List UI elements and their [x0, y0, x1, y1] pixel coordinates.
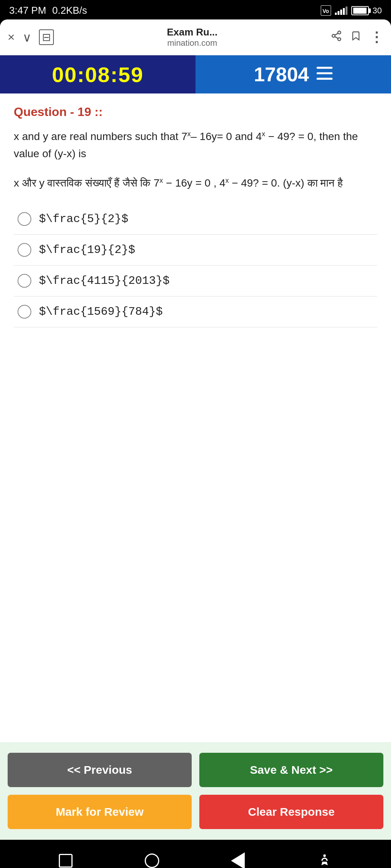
bottom-navigation: << Previous Save & Next >> Mark for Revi… [0, 742, 391, 840]
radio-c[interactable] [18, 274, 31, 288]
question-text-hindi: x और y वास्तविक संख्याएँ हैं जैसे कि 7x … [14, 175, 377, 192]
svg-point-1 [332, 34, 335, 37]
option-c-text: $\frac{4115}{2013}$ [39, 274, 170, 287]
clear-response-button[interactable]: Clear Response [199, 795, 383, 829]
timer-block: 00:08:59 [0, 55, 196, 93]
share-icon[interactable] [331, 30, 342, 45]
option-d-text: $\frac{1569}{784}$ [39, 305, 163, 318]
expand-browser-button[interactable]: ∨ [23, 30, 31, 45]
site-title: Exam Ru... [167, 26, 218, 38]
back-button[interactable] [231, 852, 245, 868]
timer-display: 00:08:59 [52, 62, 144, 87]
accessibility-button[interactable] [317, 853, 332, 868]
hamburger-menu-icon[interactable] [317, 65, 333, 84]
previous-button[interactable]: << Previous [8, 753, 192, 787]
exam-id-block: 17804 [196, 55, 391, 93]
battery-percent: 30 [373, 6, 382, 16]
option-b-text: $\frac{19}{2}$ [39, 243, 135, 256]
option-c[interactable]: $\frac{4115}{2013}$ [14, 266, 377, 296]
option-a[interactable]: $\frac{5}{2}$ [14, 204, 377, 235]
more-menu-icon[interactable]: ⋮ [370, 29, 383, 45]
svg-point-2 [338, 38, 341, 41]
status-bar-left: 3:47 PM 0.2KB/s [9, 5, 87, 16]
battery-icon [351, 5, 369, 16]
radio-d[interactable] [18, 305, 31, 319]
status-bar: 3:47 PM 0.2KB/s Vo 30 [0, 0, 391, 19]
tabs-button[interactable]: ⊟ [39, 29, 54, 45]
browser-chrome: × ∨ ⊟ Exam Ru... mination.com ⋮ 00:0 [0, 19, 391, 840]
time-display: 3:47 PM [9, 5, 46, 16]
option-a-text: $\frac{5}{2}$ [39, 213, 128, 225]
close-browser-button[interactable]: × [8, 30, 15, 44]
option-d[interactable]: $\frac{1569}{784}$ [14, 296, 377, 327]
question-label: Question - 19 :: [14, 105, 377, 119]
exam-header: 00:08:59 17804 [0, 55, 391, 93]
svg-rect-7 [317, 78, 333, 80]
android-nav-bar [0, 840, 391, 868]
nav-row-2: Mark for Review Clear Response [8, 795, 383, 829]
svg-line-3 [335, 36, 338, 38]
save-next-button[interactable]: Save & Next >> [199, 753, 383, 787]
options-list: $\frac{5}{2}$ $\frac{19}{2}$ $\frac{4115… [14, 204, 377, 327]
svg-rect-6 [317, 72, 333, 74]
browser-actions: ⋮ [331, 29, 383, 45]
radio-a[interactable] [18, 212, 31, 226]
radio-b[interactable] [18, 243, 31, 257]
mark-review-button[interactable]: Mark for Review [8, 795, 192, 829]
home-button[interactable] [145, 854, 159, 868]
bookmark-icon[interactable] [351, 30, 361, 45]
question-container: Question - 19 :: x and y are real number… [0, 93, 391, 742]
svg-rect-5 [317, 67, 333, 69]
site-domain: mination.com [167, 38, 217, 48]
stop-button[interactable] [59, 854, 73, 868]
4g-icon: Vo [321, 5, 331, 16]
option-b[interactable]: $\frac{19}{2}$ [14, 235, 377, 266]
network-speed: 0.2KB/s [52, 5, 87, 16]
question-text-english: x and y are real numbers such that 7x– 1… [14, 128, 377, 163]
nav-row-1: << Previous Save & Next >> [8, 753, 383, 787]
browser-toolbar: × ∨ ⊟ Exam Ru... mination.com ⋮ [0, 19, 391, 55]
status-bar-right: Vo 30 [321, 5, 382, 16]
svg-line-4 [335, 33, 338, 35]
svg-point-8 [323, 854, 326, 857]
url-bar[interactable]: Exam Ru... mination.com [61, 26, 323, 48]
exam-id-display: 17804 [254, 63, 309, 86]
svg-point-0 [338, 31, 341, 34]
signal-icon [335, 6, 347, 15]
